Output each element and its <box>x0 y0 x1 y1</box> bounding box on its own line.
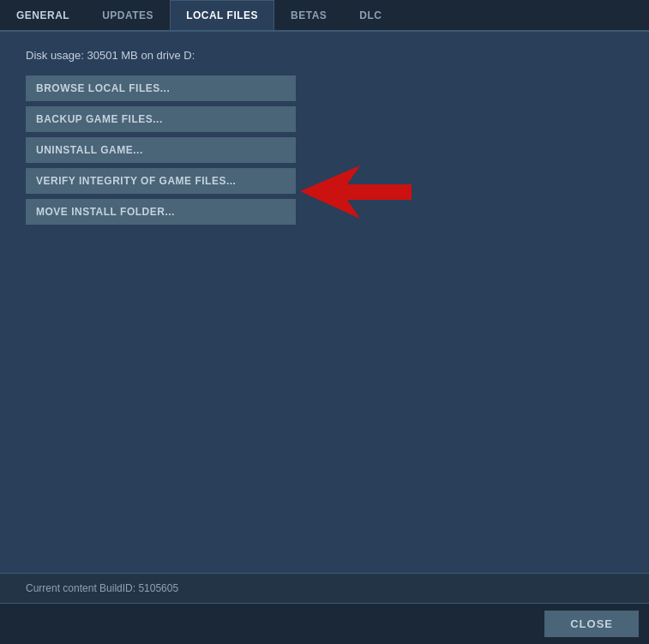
main-content: Disk usage: 30501 MB on drive D: BROWSE … <box>0 32 649 573</box>
disk-usage-label: Disk usage: 30501 MB on drive D: <box>26 49 623 62</box>
verify-integrity-button[interactable]: VERIFY INTEGRITY OF GAME FILES... <box>26 168 296 194</box>
close-button[interactable]: CLOSE <box>544 611 639 637</box>
status-bar: Current content BuildID: 5105605 <box>0 573 649 603</box>
action-buttons-area: BROWSE LOCAL FILES... BACKUP GAME FILES.… <box>26 75 623 225</box>
steam-properties-window: GENERAL UPDATES LOCAL FILES BETAS DLC Di… <box>0 0 649 644</box>
svg-marker-0 <box>300 166 412 219</box>
tab-betas[interactable]: BETAS <box>274 0 343 30</box>
tab-dlc[interactable]: DLC <box>343 0 398 30</box>
tab-general[interactable]: GENERAL <box>0 0 86 30</box>
browse-local-files-button[interactable]: BROWSE LOCAL FILES... <box>26 75 296 101</box>
tab-updates[interactable]: UPDATES <box>86 0 170 30</box>
backup-game-files-button[interactable]: BACKUP GAME FILES... <box>26 106 296 132</box>
uninstall-game-button[interactable]: UNINSTALL GAME... <box>26 137 296 163</box>
red-arrow-annotation <box>300 166 412 234</box>
build-id-label: Current content BuildID: 5105605 <box>26 582 178 594</box>
footer-bar: CLOSE <box>0 603 649 644</box>
tab-local-files[interactable]: LOCAL FILES <box>170 0 274 30</box>
tabs-bar: GENERAL UPDATES LOCAL FILES BETAS DLC <box>0 0 649 32</box>
move-install-folder-button[interactable]: MOVE INSTALL FOLDER... <box>26 199 296 225</box>
